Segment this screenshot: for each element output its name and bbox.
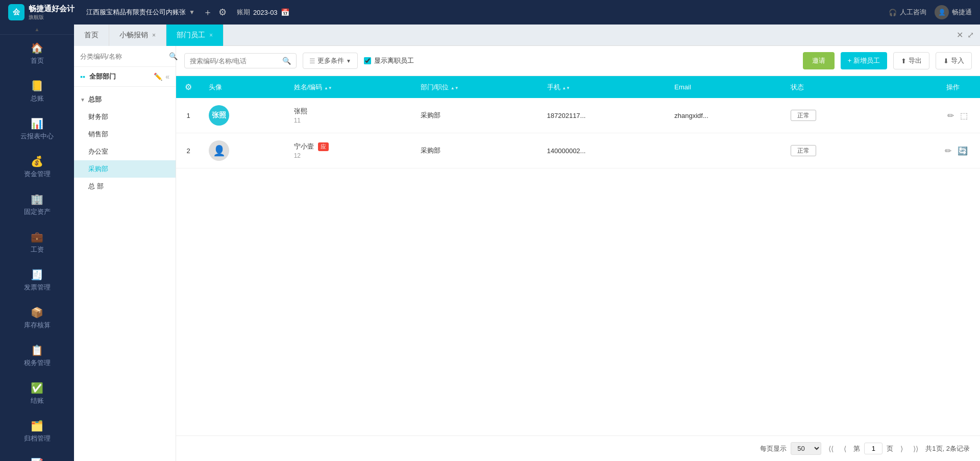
show-resigned-checkbox[interactable] bbox=[364, 57, 371, 64]
dept-node-purchase[interactable]: 采购部 bbox=[74, 160, 176, 178]
tabs-right-actions: ✕ ⤢ bbox=[957, 30, 980, 40]
export-button[interactable]: ⬆ 导出 bbox=[893, 52, 929, 69]
row2-delete-icon[interactable]: 🔄 bbox=[958, 146, 968, 156]
show-resigned-label: 显示离职员工 bbox=[374, 56, 414, 65]
row1-avatar: 张照 bbox=[209, 105, 229, 126]
row1-logout-icon[interactable]: ⬚ bbox=[960, 111, 968, 120]
add-employee-button[interactable]: + 新增员工 bbox=[841, 52, 887, 69]
th-phone[interactable]: 手机 ▲▼ bbox=[539, 76, 667, 98]
row2-avatar: 👤 bbox=[209, 140, 229, 161]
page-first-button[interactable]: ⟨⟨ bbox=[825, 444, 837, 454]
company-dropdown-icon[interactable]: ▼ bbox=[189, 9, 195, 16]
all-dept-label: 全部部门 bbox=[89, 72, 150, 81]
sidebar-label-archive: 归档管理 bbox=[24, 434, 51, 443]
page-next-button[interactable]: ⟩ bbox=[897, 444, 906, 454]
sidebar-item-expense[interactable]: 📝 小畅报销 bbox=[0, 450, 74, 461]
row2-name-cell: 宁小壹 应 12 bbox=[286, 133, 412, 168]
calendar-icon[interactable]: 📅 bbox=[281, 8, 289, 16]
sidebar-item-invoice[interactable]: 🧾 发票管理 bbox=[0, 261, 74, 299]
th-dept-position[interactable]: 部门/职位 ▲▼ bbox=[412, 76, 539, 98]
company-selector[interactable]: 江西服宝精品有限责任公司内账张 ▼ bbox=[86, 8, 195, 17]
sidebar-label-fixed-assets: 固定资产 bbox=[24, 207, 51, 216]
sidebar-scroll-up[interactable]: ▲ bbox=[35, 27, 40, 32]
th-settings[interactable]: ⚙ bbox=[176, 76, 201, 98]
page-last-button[interactable]: ⟩⟩ bbox=[910, 444, 921, 454]
tab-expense-close[interactable]: × bbox=[152, 32, 156, 39]
invite-button[interactable]: 邀请 bbox=[803, 52, 835, 69]
dept-collapse-icon[interactable]: « bbox=[165, 72, 169, 81]
sidebar: ▲ 🏠 首页 📒 总账 📊 云报表中心 💰 资金管理 🏢 固定资产 💼 工资 🧾 bbox=[0, 25, 74, 461]
sidebar-item-salary[interactable]: 💼 工资 bbox=[0, 224, 74, 261]
dept-node-hq[interactable]: 总 部 bbox=[74, 178, 176, 195]
dept-node-root-label: 总部 bbox=[88, 95, 102, 104]
dept-edit-icon[interactable]: ✏️ bbox=[154, 72, 162, 81]
import-button[interactable]: ⬇ 导入 bbox=[936, 52, 972, 69]
sidebar-item-tax[interactable]: 📋 税务管理 bbox=[0, 337, 74, 375]
sidebar-label-salary: 工资 bbox=[31, 245, 44, 254]
settings-button[interactable]: ⚙ bbox=[218, 7, 227, 18]
row1-name: 张熙 bbox=[294, 107, 404, 116]
row1-phone: 187202117... bbox=[539, 98, 667, 133]
filter-icon: ☰ bbox=[309, 57, 315, 65]
tab-home[interactable]: 首页 bbox=[74, 25, 109, 46]
row1-edit-icon[interactable]: ✏ bbox=[947, 111, 954, 120]
row2-status-cell: 正常 bbox=[782, 133, 879, 168]
tab-close-all[interactable]: ✕ bbox=[957, 30, 963, 40]
page-prev-button[interactable]: ⟨ bbox=[841, 444, 849, 454]
dept-search-input[interactable] bbox=[80, 53, 166, 60]
tab-dept-close[interactable]: × bbox=[209, 32, 213, 39]
user-area[interactable]: 👤 畅捷通 bbox=[935, 5, 972, 19]
sidebar-item-reports[interactable]: 📊 云报表中心 bbox=[0, 110, 74, 148]
sidebar-item-inventory[interactable]: 📦 库存核算 bbox=[0, 299, 74, 337]
period-area: 账期 2023-03 📅 bbox=[237, 8, 289, 17]
per-page-select[interactable]: 50 10 20 100 bbox=[791, 442, 821, 455]
dept-all-header[interactable]: ▪▪ 全部部门 ✏️ « bbox=[74, 67, 176, 87]
name-sort-arrows: ▲▼ bbox=[324, 86, 332, 90]
root-collapse-arrow: ▼ bbox=[80, 97, 85, 103]
sidebar-item-home[interactable]: 🏠 首页 bbox=[0, 35, 74, 72]
tab-expense[interactable]: 小畅报销 × bbox=[109, 25, 166, 46]
content-area: 首页 小畅报销 × 部门员工 × ✕ ⤢ 🔍 bbox=[74, 25, 980, 461]
sidebar-item-archive[interactable]: 🗂️ 归档管理 bbox=[0, 413, 74, 450]
user-avatar: 👤 bbox=[935, 5, 949, 19]
sidebar-item-funds[interactable]: 💰 资金管理 bbox=[0, 148, 74, 186]
row2-edit-icon[interactable]: ✏ bbox=[945, 146, 951, 156]
row1-email: zhangxidf... bbox=[666, 98, 782, 133]
support-button[interactable]: 🎧 人工咨询 bbox=[889, 8, 926, 17]
th-actions-label: 操作 bbox=[946, 83, 960, 91]
fixed-assets-icon: 🏢 bbox=[31, 193, 43, 205]
row2-avatar-cell: 👤 bbox=[201, 133, 286, 168]
tab-expand[interactable]: ⤢ bbox=[967, 30, 974, 40]
employee-search-input[interactable] bbox=[190, 57, 279, 65]
tab-dept-employee[interactable]: 部门员工 × bbox=[166, 25, 224, 46]
dept-node-hq-label: 总 部 bbox=[88, 182, 104, 191]
dept-tree: ▼ 总部 财务部 销售部 办公室 采购部 bbox=[74, 87, 176, 461]
table-settings-icon[interactable]: ⚙ bbox=[185, 83, 192, 91]
company-name: 江西服宝精品有限责任公司内账张 bbox=[86, 8, 186, 17]
row2-email bbox=[666, 133, 782, 168]
filter-button[interactable]: ☰ 更多条件 ▼ bbox=[303, 53, 358, 69]
import-icon: ⬇ bbox=[943, 57, 949, 65]
header-actions: ＋ ⚙ 账期 2023-03 📅 bbox=[203, 6, 289, 18]
page-number-input[interactable] bbox=[864, 443, 883, 454]
row2-actions: ✏ 🔄 bbox=[888, 146, 968, 156]
th-actions: 操作 bbox=[879, 76, 980, 98]
toolbar: 🔍 ☰ 更多条件 ▼ 显示离职员工 邀请 bbox=[176, 46, 980, 76]
th-name-code[interactable]: 姓名/编码 ▲▼ bbox=[286, 76, 412, 98]
sidebar-item-closing[interactable]: ✅ 结账 bbox=[0, 375, 74, 413]
th-avatar: 头像 bbox=[201, 76, 286, 98]
sidebar-item-fixed-assets[interactable]: 🏢 固定资产 bbox=[0, 186, 74, 224]
dept-node-finance[interactable]: 财务部 bbox=[74, 108, 176, 126]
row1-code: 11 bbox=[294, 117, 404, 124]
dept-node-sales[interactable]: 销售部 bbox=[74, 126, 176, 143]
show-resigned-area[interactable]: 显示离职员工 bbox=[364, 56, 414, 65]
dept-node-office[interactable]: 办公室 bbox=[74, 143, 176, 160]
table-header-row: ⚙ 头像 姓名/编码 ▲▼ 部门/职位 bbox=[176, 76, 980, 98]
sidebar-item-ledger[interactable]: 📒 总账 bbox=[0, 72, 74, 110]
tab-home-label: 首页 bbox=[84, 31, 99, 40]
add-button[interactable]: ＋ bbox=[203, 6, 212, 18]
search-icon[interactable]: 🔍 bbox=[282, 57, 291, 65]
sidebar-label-closing: 结账 bbox=[31, 396, 44, 405]
dept-node-root[interactable]: ▼ 总部 bbox=[74, 91, 176, 108]
dept-node-finance-label: 财务部 bbox=[88, 112, 108, 122]
